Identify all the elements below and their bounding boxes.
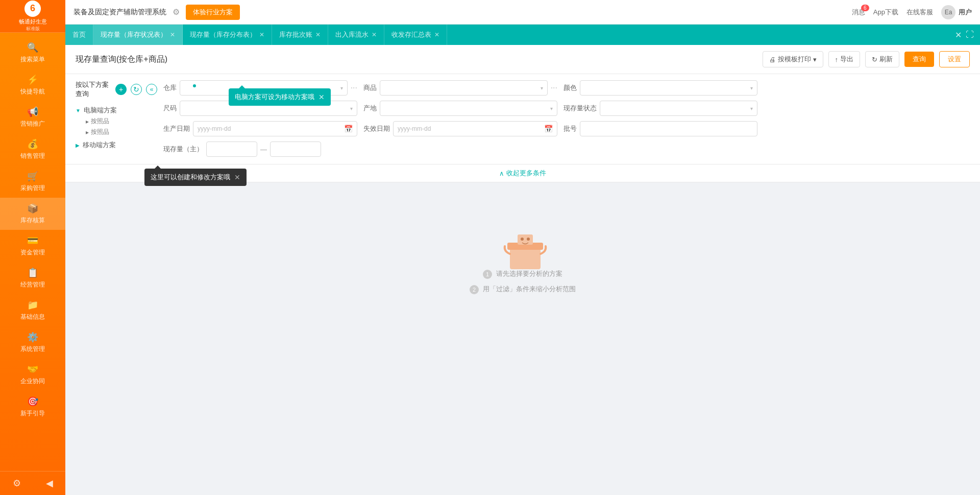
cycle-btn[interactable]: ↻ — [131, 84, 142, 95]
print-dropdown-icon: ▾ — [813, 56, 817, 63]
search-button[interactable]: 查询 — [904, 52, 934, 67]
sidebar-collapse-btn[interactable]: ◀ — [46, 478, 53, 489]
sidebar-item-basic[interactable]: 📁 基础信息 — [0, 294, 65, 326]
settings-icon[interactable]: ⚙ — [173, 7, 180, 17]
stock-main-from[interactable] — [206, 142, 257, 157]
tab-stock-status[interactable]: 现存量（库存状况表） ✕ — [93, 25, 183, 45]
tab-maximize-icon[interactable]: ⛶ — [966, 30, 974, 39]
tab-flow-close[interactable]: ✕ — [372, 31, 377, 38]
tab-summary-close[interactable]: ✕ — [434, 31, 439, 38]
sidebar-item-operations[interactable]: 📋 经营管理 — [0, 262, 65, 294]
main-content: 装备及固定资产辅助管理系统 ⚙ 体验行业方案 消息 6 App下载 在线客服 E… — [65, 0, 980, 495]
scheme-child-1[interactable]: ▸ 按照品 — [86, 116, 157, 127]
color-select[interactable]: ▾ — [580, 80, 757, 96]
filter-header: 按以下方案查询 + ↻ « — [76, 80, 157, 99]
sidebar-bottom: ⚙ ◀ — [0, 471, 65, 495]
tab-stock-dist[interactable]: 现存量（库存分布表） ✕ — [183, 25, 272, 45]
child-label: 按照品 — [91, 117, 109, 126]
origin-field: 产地 ▾ — [363, 101, 557, 116]
print-label: 按模板打印 — [778, 55, 811, 64]
sidebar-item-finance[interactable]: 💳 资金管理 — [0, 230, 65, 262]
sidebar-nav: 🔍 搜索菜单 ⚡ 快捷导航 📢 营销推广 💰 销售管理 🛒 采购管理 📦 库存核… — [0, 37, 65, 471]
inventory-icon: 📦 — [27, 203, 38, 214]
sidebar-item-label: 经营管理 — [20, 280, 45, 289]
refresh-btn[interactable]: ↻ 刷新 — [865, 51, 899, 67]
expire-date-input[interactable]: yyyy-mm-dd 📅 — [393, 121, 557, 136]
stock-status-select[interactable]: ▾ — [600, 101, 757, 116]
empty-step-2: 2 用「过滤」条件来缩小分析范围 — [470, 285, 576, 297]
filter-row-4: 现存量（主） — — [163, 142, 970, 157]
back-btn[interactable]: « — [146, 84, 157, 95]
tab-home[interactable]: 首页 — [65, 25, 93, 45]
message-btn[interactable]: 消息 6 — [852, 8, 865, 17]
app-download-btn[interactable]: App下载 — [873, 8, 898, 17]
warehouse-label: 仓库 — [163, 83, 177, 92]
mobile-scheme-label: 移动端方案 — [83, 140, 116, 150]
sidebar-item-guide[interactable]: 🎯 新手引导 — [0, 391, 65, 423]
goods-label: 商品 — [363, 83, 377, 92]
sidebar-item-system[interactable]: ⚙️ 系统管理 — [0, 326, 65, 359]
child-icon: ▸ — [86, 129, 89, 136]
chevron-down-icon: ▾ — [750, 85, 753, 91]
reset-button[interactable]: 设置 — [939, 51, 970, 67]
produce-date-input[interactable]: yyyy-mm-dd 📅 — [193, 121, 357, 136]
chevron-up-icon: ∧ — [499, 170, 504, 177]
sidebar-item-collab[interactable]: 🤝 企业协同 — [0, 359, 65, 391]
chevron-down-icon: ▾ — [750, 106, 753, 111]
add-scheme-btn[interactable]: + — [115, 84, 127, 95]
avatar: Ea — [941, 5, 955, 19]
svg-rect-2 — [518, 234, 533, 245]
sidebar-item-sales[interactable]: 💰 销售管理 — [0, 133, 65, 166]
tooltip-scheme-close-btn[interactable]: ✕ — [318, 93, 325, 101]
chevron-icon: ▶ — [76, 143, 80, 148]
tab-flow[interactable]: 出入库流水 ✕ — [328, 25, 384, 45]
goods-select[interactable]: ▾ — [380, 80, 548, 96]
sidebar-item-search[interactable]: 🔍 搜索菜单 — [0, 37, 65, 69]
online-service-btn[interactable]: 在线客服 — [906, 8, 933, 17]
origin-select[interactable]: ▾ — [380, 101, 557, 116]
industry-btn[interactable]: 体验行业方案 — [186, 5, 240, 20]
batch-no-input[interactable] — [580, 121, 757, 136]
sidebar-item-nav[interactable]: ⚡ 快捷导航 — [0, 69, 65, 101]
tab-stock-dist-close[interactable]: ✕ — [259, 31, 264, 38]
filter-row-3: 生产日期 yyyy-mm-dd 📅 失效日期 yyyy-mm-dd 📅 — [163, 121, 970, 136]
warehouse-dots[interactable]: ··· — [351, 83, 357, 92]
logo-text: 畅通好生意 — [19, 18, 47, 26]
tab-summary[interactable]: 收发存汇总表 ✕ — [384, 25, 447, 45]
mobile-scheme-header[interactable]: ▶ 移动端方案 — [76, 139, 157, 151]
avatar-text: Ea — [945, 9, 952, 16]
chevron-down-icon: ▾ — [550, 106, 553, 111]
stock-main-to[interactable] — [270, 142, 321, 157]
sidebar-item-label: 销售管理 — [20, 152, 45, 160]
finance-icon: 💳 — [27, 235, 38, 246]
tab-batch-close[interactable]: ✕ — [315, 31, 321, 38]
scheme-child-2[interactable]: ▸ 按照品 — [86, 127, 157, 137]
goods-dots[interactable]: ··· — [551, 83, 557, 92]
sidebar-item-inventory[interactable]: 📦 库存核算 — [0, 198, 65, 230]
stock-main-range: — — [206, 142, 357, 157]
empty-text-2: 用「过滤」条件来缩小分析范围 — [483, 285, 576, 294]
basic-icon: 📁 — [27, 299, 38, 311]
print-btn[interactable]: 🖨 按模板打印 ▾ — [763, 51, 823, 67]
desktop-scheme-children: ▸ 按照品 ▸ 按照品 — [76, 116, 157, 137]
sidebar-item-label: 基础信息 — [20, 313, 45, 321]
sidebar-item-label: 企业协同 — [20, 377, 45, 386]
chevron-icon: ▼ — [76, 108, 81, 113]
page-header: 现存量查询(按仓库+商品) 🖨 按模板打印 ▾ ↑ 导出 ↻ 刷新 查询 设置 — [65, 45, 980, 74]
tab-stock-status-close[interactable]: ✕ — [170, 31, 175, 38]
stock-status-label: 现存量状态 — [564, 104, 597, 113]
sidebar-item-marketing[interactable]: 📢 营销推广 — [0, 101, 65, 133]
tooltip-edit-close-btn[interactable]: ✕ — [234, 173, 240, 181]
user-menu[interactable]: Ea 用户 — [941, 5, 972, 19]
produce-date-placeholder: yyyy-mm-dd — [198, 125, 231, 132]
desktop-scheme-header[interactable]: ▼ 电脑端方案 — [76, 105, 157, 116]
tooltip-edit: 这里可以创建和修改方案哦 ✕ — [144, 169, 247, 186]
sidebar-item-purchase[interactable]: 🛒 采购管理 — [0, 166, 65, 198]
stock-main-field: 现存量（主） — — [163, 142, 357, 157]
collab-icon: 🤝 — [27, 364, 38, 375]
tab-close-all-icon[interactable]: ✕ — [955, 30, 962, 40]
sidebar-item-label: 营销推广 — [20, 120, 45, 128]
tab-batch[interactable]: 库存批次账 ✕ — [272, 25, 328, 45]
export-btn[interactable]: ↑ 导出 — [828, 51, 861, 67]
sidebar-settings-btn[interactable]: ⚙ — [13, 478, 21, 489]
